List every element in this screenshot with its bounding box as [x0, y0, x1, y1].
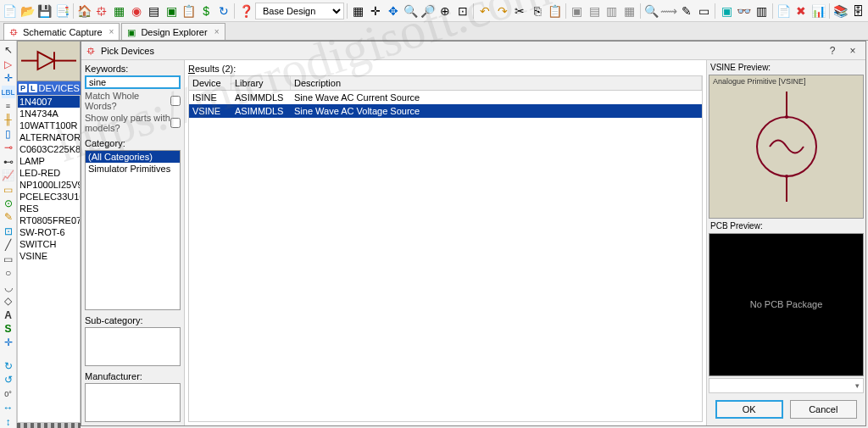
box-icon[interactable]: ▭ [2, 253, 15, 265]
open-icon[interactable]: 📂 [19, 3, 36, 19]
report-icon[interactable]: 📄 [776, 3, 793, 19]
marker-icon[interactable]: ✛ [2, 336, 15, 348]
list-item[interactable]: RT0805FRE07100K [18, 214, 80, 226]
block3-icon[interactable]: ▥ [604, 3, 620, 19]
list-item[interactable]: LED-RED [18, 167, 80, 179]
close-button[interactable]: × [845, 45, 860, 57]
col-description[interactable]: Description [291, 76, 702, 90]
line-icon[interactable]: ╱ [2, 239, 15, 251]
redo-icon[interactable]: ↷ [494, 3, 511, 19]
help-button[interactable]: ? [825, 45, 840, 57]
new-icon[interactable]: 📄 [2, 3, 19, 19]
cancel-button[interactable]: Cancel [790, 400, 858, 419]
pin-icon[interactable]: ⊷ [2, 156, 15, 168]
arc-icon[interactable]: ◡ [2, 281, 15, 292]
manufacturer-list[interactable] [85, 383, 181, 422]
block4-icon[interactable]: ▦ [620, 3, 637, 19]
table-row[interactable]: VSINEASIMMDLSSine Wave AC Voltage Source [189, 104, 702, 118]
label-icon[interactable]: LBL [2, 86, 15, 97]
compile-icon[interactable]: 📊 [810, 3, 827, 19]
terminal-icon[interactable]: ⊸ [2, 142, 15, 153]
refresh-icon[interactable]: ↻ [215, 3, 232, 19]
ok-button[interactable]: OK [715, 400, 783, 419]
text-icon[interactable]: ≡ [2, 100, 15, 112]
cut-icon[interactable]: ✂ [511, 3, 528, 19]
list-item[interactable]: 1N4007 [18, 96, 80, 108]
saveall-icon[interactable]: 📑 [54, 3, 71, 19]
zoomin-icon[interactable]: 🔍 [402, 3, 419, 19]
fliph-icon[interactable]: ↔ [2, 402, 15, 414]
only-models-checkbox[interactable] [170, 118, 181, 128]
category-item[interactable]: (All Categories) [86, 151, 180, 163]
zoomout-icon[interactable]: 🔎 [420, 3, 437, 19]
col-library[interactable]: Library [231, 76, 291, 90]
block2-icon[interactable]: ▤ [586, 3, 603, 19]
package-dropdown[interactable]: ▾ [709, 378, 864, 393]
rotccw-icon[interactable]: ↺ [2, 374, 15, 386]
schematic-icon[interactable]: ⯐ [93, 3, 110, 19]
tab-close-icon[interactable]: × [109, 27, 114, 36]
list-item[interactable]: NP1000LI25V950M [18, 179, 80, 191]
list-item[interactable]: SWITCH [18, 238, 80, 250]
p-icon[interactable]: P [19, 84, 27, 92]
paste-icon[interactable]: 📋 [546, 3, 563, 19]
circle-icon[interactable]: ○ [2, 267, 15, 279]
money-icon[interactable]: $ [198, 3, 214, 19]
edit-icon[interactable]: ✎ [678, 3, 695, 19]
path-icon[interactable]: ◇ [2, 295, 15, 307]
pcb-icon[interactable]: ▦ [111, 3, 128, 19]
l-icon[interactable]: L [29, 84, 37, 92]
library-icon[interactable]: 📚 [832, 3, 849, 19]
symbol-icon[interactable]: S [2, 323, 15, 335]
component-icon[interactable]: ▷ [2, 58, 15, 69]
list-item[interactable]: VSINE [18, 250, 80, 262]
tool1-icon[interactable]: ▣ [718, 3, 735, 19]
3d-icon[interactable]: ◉ [128, 3, 145, 19]
junction-icon[interactable]: ✛ [2, 72, 15, 84]
wire-icon[interactable]: ⟿ [660, 3, 677, 19]
graph-icon[interactable]: 📈 [2, 170, 15, 181]
pan-icon[interactable]: ✥ [385, 3, 402, 19]
bom-icon[interactable]: 📋 [181, 3, 198, 19]
col-device[interactable]: Device [189, 76, 231, 90]
zoomall-icon[interactable]: ⊕ [437, 3, 453, 19]
copy-icon[interactable]: ⎘ [529, 3, 546, 19]
undo-icon[interactable]: ↶ [476, 3, 493, 19]
tab-schematic-capture[interactable]: ⯐ Schematic Capture × [3, 23, 120, 40]
list-item[interactable]: PCELEC33U16V11 [18, 191, 80, 203]
design-combo[interactable]: Base Design [255, 3, 344, 19]
crosshair-icon[interactable]: ✛ [367, 3, 384, 19]
gerber-icon[interactable]: ▤ [146, 3, 163, 19]
de-icon[interactable]: ▣ [163, 3, 180, 19]
rotcw-icon[interactable]: ↻ [2, 360, 15, 372]
subcategory-list[interactable] [85, 327, 181, 366]
probe-icon[interactable]: ✎ [2, 211, 15, 223]
textA-icon[interactable]: A [2, 308, 15, 320]
tool3-icon[interactable]: ▥ [753, 3, 770, 19]
category-list[interactable]: (All Categories)Simulator Primitives [85, 150, 181, 310]
instrument-icon[interactable]: ⊡ [2, 225, 15, 237]
list-item[interactable]: SW-ROT-6 [18, 226, 80, 238]
list-item[interactable]: LAMP [18, 155, 80, 167]
list-item[interactable]: 1N4734A [18, 108, 80, 120]
home-icon[interactable]: 🏠 [76, 3, 93, 19]
angle-icon[interactable]: 0° [2, 388, 15, 400]
bus-icon[interactable]: ╫ [2, 114, 15, 125]
match-whole-checkbox[interactable] [170, 96, 181, 106]
select-icon[interactable]: ↖ [2, 44, 15, 56]
tab-close-icon[interactable]: × [214, 27, 220, 36]
list-item[interactable]: ALTERNATOR [18, 131, 80, 143]
zoomarea-icon[interactable]: ⊡ [454, 3, 471, 19]
db-icon[interactable]: 🗄 [850, 3, 867, 19]
delete-icon[interactable]: ✖ [793, 3, 810, 19]
block-icon[interactable]: ▣ [569, 3, 586, 19]
list-item[interactable]: RES [18, 203, 80, 214]
device-list[interactable]: 1N40071N4734A10WATT100RALTERNATORC0603C2… [17, 95, 81, 423]
generator-icon[interactable]: ⊙ [2, 197, 15, 209]
grid-icon[interactable]: ▦ [350, 3, 367, 19]
save-icon[interactable]: 💾 [36, 3, 53, 19]
tape-icon[interactable]: ▭ [2, 183, 15, 195]
flipv-icon[interactable]: ↕ [2, 415, 15, 427]
keywords-input[interactable] [85, 75, 181, 89]
tab-design-explorer[interactable]: ▣ Design Explorer × [121, 23, 225, 40]
